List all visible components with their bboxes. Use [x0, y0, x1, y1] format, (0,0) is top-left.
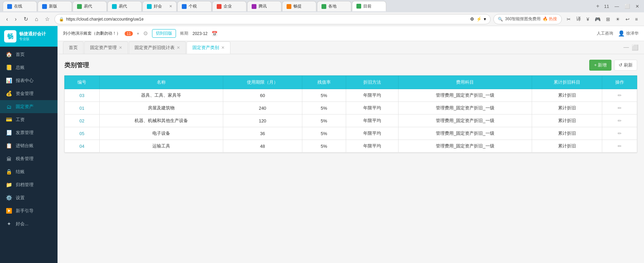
app-container: 畅 畅捷通好会计 专业版 🏠 首页📒 总账📊 报表中心💰 资金管理🗂 固定资产💳… — [0, 26, 644, 263]
tab-home[interactable]: 首页 — [63, 41, 84, 54]
currency-icon-btn[interactable]: ¥ — [584, 15, 591, 23]
cell-code: 05 — [65, 127, 100, 140]
page-tab-close[interactable]: ✕ — [119, 45, 122, 50]
tab-favicon — [182, 4, 187, 9]
add-button[interactable]: + 新增 — [589, 60, 611, 71]
reload-button[interactable]: ↻ — [22, 14, 30, 24]
sidebar-item-more[interactable]: ✦ 好会... — [0, 217, 58, 230]
bookmark-button[interactable]: ☆ — [43, 14, 52, 24]
sidebar-item-reports[interactable]: 📊 报表中心 — [0, 74, 58, 87]
switch-version-button[interactable]: 切到旧版 — [152, 29, 176, 38]
sidebar-item-funds[interactable]: 💰 资金管理 — [0, 87, 58, 100]
home-button[interactable]: ⌂ — [33, 15, 40, 24]
undo-icon-btn[interactable]: ↩ — [623, 15, 632, 23]
cell-months: 48 — [223, 140, 302, 153]
user-avatar-area[interactable]: 👤 徐泽华 — [618, 30, 639, 37]
cell-months: 36 — [223, 127, 302, 140]
sidebar-item-tax[interactable]: 🏛 税务管理 — [0, 152, 58, 165]
tab-close-btn[interactable]: ✕ — [169, 4, 172, 9]
maximize-page-icon[interactable]: ⬜ — [632, 44, 639, 51]
code-link[interactable]: 02 — [79, 118, 84, 123]
browser-tab-t5[interactable]: 好会 ✕ — [142, 1, 177, 11]
table-header: 使用期限（月） — [223, 76, 302, 89]
nav-label-ledger: 总账 — [16, 64, 25, 71]
cut-icon-btn[interactable]: ✂ — [565, 15, 573, 23]
browser-tab-t2[interactable]: 新版 — [38, 1, 72, 11]
back-button[interactable]: ‹ — [4, 15, 10, 24]
cell-accumulated-subject: 累计折旧 — [532, 115, 602, 127]
browser-tab-t8[interactable]: 腾讯 — [247, 1, 281, 11]
sidebar-item-home[interactable]: 🏠 首页 — [0, 48, 58, 61]
search-bar[interactable]: 🔍 360智能抠图免费用 🔥 热搜 — [493, 14, 562, 24]
sidebar-item-invoice[interactable]: 🧾 发票管理 — [0, 126, 58, 139]
sidebar-item-archive[interactable]: 📁 归档管理 — [0, 178, 58, 191]
page-tab-label: 首页 — [69, 45, 78, 51]
page-tab-label: 固定资产类别 — [192, 45, 219, 51]
tab-label: 易代 — [119, 3, 127, 9]
table-row: 03器具、工具、家具等605%年限平均管理费用_固定资产折旧_一级累计折旧✏ — [65, 89, 637, 102]
edit-icon[interactable]: ✏ — [618, 143, 622, 149]
sidebar-item-settings[interactable]: ⚙️ 设置 — [0, 191, 58, 204]
cell-residual-rate: 5% — [302, 89, 346, 102]
tab-fixed-mgmt[interactable]: 固定资产管理✕ — [84, 41, 128, 54]
window-minimize-button[interactable]: — — [613, 3, 621, 10]
sidebar-item-ledger[interactable]: 📒 总账 — [0, 61, 58, 74]
cell-code: 03 — [65, 89, 100, 102]
edit-icon[interactable]: ✏ — [618, 131, 622, 136]
service-label[interactable]: 人工咨询 — [597, 31, 613, 36]
game-icon-btn[interactable]: 🎮 — [593, 15, 603, 23]
browser-tab-t6[interactable]: 个税 — [177, 1, 212, 11]
code-link[interactable]: 05 — [79, 131, 84, 136]
browser-tab-t3[interactable]: 易代 — [73, 1, 107, 11]
toolbar-icons: ✂ 译 ¥ 🎮 ⊞ ☀ ↩ ≡ — [565, 15, 640, 24]
minimize-page-icon[interactable]: — — [623, 44, 629, 51]
sun-icon-btn[interactable]: ☀ — [614, 15, 622, 23]
tab-favicon — [252, 4, 256, 9]
browser-tab-t9[interactable]: 畅提 — [282, 1, 316, 11]
tab-favicon — [287, 4, 291, 9]
browser-tab-t4[interactable]: 易代 — [108, 1, 142, 11]
new-tab-button[interactable]: + — [594, 3, 601, 9]
tab-count-button[interactable]: 11 — [602, 3, 611, 10]
code-link[interactable]: 01 — [79, 106, 84, 111]
tab-extra-buttons: 11 — ⬜ ✕ — [602, 3, 641, 10]
edit-icon[interactable]: ✏ — [618, 105, 622, 111]
tab-depreciation[interactable]: 固定资产折旧统计表✕ — [129, 41, 186, 54]
page-tab-close[interactable]: ✕ — [177, 45, 180, 50]
browser-tab-t11[interactable]: 目前 — [352, 1, 386, 11]
forward-button[interactable]: › — [13, 15, 18, 24]
browser-tab-t1[interactable]: 在线 — [3, 1, 37, 11]
grid-icon-btn[interactable]: ⊞ — [604, 15, 612, 23]
page-content: 类别管理 + 新增 ↺ 刷新 编号名称使用期限（月）残值率折旧方法费用科目累计折… — [58, 54, 644, 263]
translate-icon-btn[interactable]: 译 — [574, 15, 583, 24]
window-close-button[interactable]: ✕ — [633, 3, 641, 10]
sidebar-item-guide[interactable]: ▶️ 新手引导 — [0, 204, 58, 217]
browser-tab-t7[interactable]: 企业 — [212, 1, 247, 11]
edit-icon[interactable]: ✏ — [618, 118, 622, 123]
sidebar-item-purchase-sales[interactable]: 📋 进销台账 — [0, 139, 58, 152]
sidebar-item-close[interactable]: 🔒 结账 — [0, 165, 58, 178]
code-link[interactable]: 03 — [79, 93, 84, 98]
menu-icon-btn[interactable]: ≡ — [633, 15, 640, 23]
sidebar-item-payroll[interactable]: 💳 工资 — [0, 113, 58, 126]
edit-icon[interactable]: ✏ — [618, 93, 622, 98]
page-tab-close[interactable]: ✕ — [221, 45, 225, 50]
settings-gear-btn[interactable]: ⚙ — [143, 30, 148, 37]
nav-icon-payroll: 💳 — [5, 117, 12, 123]
window-maximize-button[interactable]: ⬜ — [622, 3, 632, 10]
page-title: 类别管理 — [64, 61, 89, 69]
calendar-icon[interactable]: 📅 — [212, 31, 217, 36]
sidebar-item-fixed-assets[interactable]: 🗂 固定资产 — [0, 100, 58, 113]
browser-tab-t10[interactable]: 各地 — [317, 1, 351, 11]
address-dropdown-icon[interactable]: ▾ — [484, 16, 486, 22]
cell-expense-subject: 管理费用_固定资产折旧_一级 — [399, 89, 532, 102]
nav-label-archive: 归档管理 — [16, 182, 34, 188]
tab-category[interactable]: 固定资产类别✕ — [187, 41, 230, 54]
tab-label: 各地 — [328, 3, 337, 9]
refresh-button[interactable]: ↺ 刷新 — [614, 60, 637, 71]
dropdown-arrow[interactable]: ▾ — [137, 31, 139, 36]
page-tab-label: 固定资产折旧统计表 — [135, 45, 175, 51]
address-bar[interactable]: 🔒 https://cloud.chanjet.com/accounting/u… — [54, 14, 491, 24]
code-link[interactable]: 04 — [79, 144, 84, 149]
table-row: 01房屋及建筑物2405%年限平均管理费用_固定资产折旧_一级累计折旧✏ — [65, 102, 637, 115]
